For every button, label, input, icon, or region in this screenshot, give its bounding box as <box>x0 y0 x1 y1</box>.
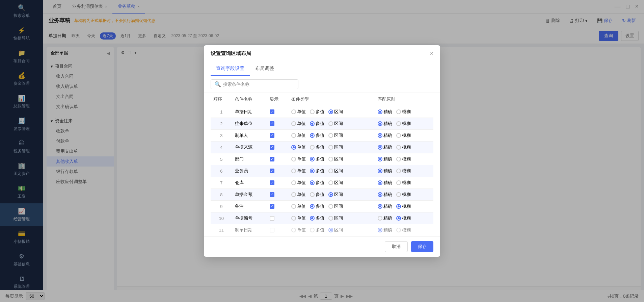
radio-match-match_fuzzy[interactable]: 模糊 <box>396 144 411 150</box>
radio-type-type_range[interactable]: 区间 <box>328 144 343 150</box>
cell-show[interactable] <box>267 153 289 165</box>
radio-circle <box>396 169 401 173</box>
radio-circle <box>328 180 333 185</box>
cell-show[interactable] <box>267 212 289 224</box>
tab-fields[interactable]: 查询字段设置 <box>211 62 250 76</box>
radio-type-type_multi[interactable]: 多值 <box>310 132 324 139</box>
tab-layout[interactable]: 布局调整 <box>250 62 279 76</box>
cell-show[interactable] <box>267 165 289 177</box>
save-button[interactable]: 保存 <box>411 241 433 252</box>
cell-name: 单据日期 <box>232 106 267 118</box>
radio-type-type_range[interactable]: 区间 <box>328 156 343 162</box>
radio-type-type_range[interactable]: 区间 <box>328 215 343 221</box>
cell-type: 单值多值区间 <box>289 142 375 153</box>
radio-type-type_range[interactable]: 区间 <box>328 192 343 198</box>
radio-type-type_single[interactable]: 单值 <box>291 215 306 221</box>
radio-type-range[interactable]: 区间 <box>328 227 343 233</box>
checkbox-checked[interactable] <box>270 192 274 197</box>
radio-match-match_fuzzy[interactable]: 模糊 <box>396 168 411 174</box>
radio-type-type_range[interactable]: 区间 <box>328 121 343 127</box>
checkbox-unchecked[interactable] <box>270 216 274 221</box>
table-row: 4单据来源单值多值区间精确模糊 <box>211 142 433 153</box>
cell-order: 4 <box>211 142 232 153</box>
radio-circle <box>378 228 382 232</box>
cell-show[interactable] <box>267 189 289 201</box>
radio-type-type_single[interactable]: 单值 <box>291 132 306 139</box>
radio-match-match_fuzzy[interactable]: 模糊 <box>396 192 411 198</box>
radio-circle <box>310 145 315 150</box>
cell-show[interactable] <box>267 130 289 142</box>
radio-type-type_multi[interactable]: 多值 <box>310 192 324 198</box>
radio-type-type_range[interactable]: 区间 <box>328 180 343 186</box>
radio-match-match_fuzzy[interactable]: 模糊 <box>396 156 411 162</box>
radio-type-type_multi[interactable]: 多值 <box>310 121 324 127</box>
radio-type-type_single[interactable]: 单值 <box>291 121 306 127</box>
radio-match-match_exact[interactable]: 精确 <box>378 132 392 139</box>
radio-match-match_exact[interactable]: 精确 <box>378 192 392 198</box>
radio-type-type_range[interactable]: 区间 <box>328 132 343 139</box>
radio-type-type_single[interactable]: 单值 <box>291 203 306 209</box>
radio-match-match_fuzzy[interactable]: 模糊 <box>396 132 411 139</box>
radio-type-type_multi[interactable]: 多值 <box>310 180 324 186</box>
radio-type-type_range[interactable]: 区间 <box>328 203 343 209</box>
radio-match-match_fuzzy[interactable]: 模糊 <box>396 109 411 115</box>
cell-name: 单据来源 <box>232 142 267 153</box>
radio-type-type_multi[interactable]: 多值 <box>310 109 324 115</box>
radio-type-type_single[interactable]: 单值 <box>291 156 306 162</box>
checkbox-checked[interactable] <box>270 121 274 126</box>
radio-match-match_exact[interactable]: 精确 <box>378 180 392 186</box>
radio-match-fuzzy[interactable]: 模糊 <box>396 227 411 233</box>
radio-type-type_multi[interactable]: 多值 <box>310 156 324 162</box>
checkbox-checked[interactable] <box>270 145 274 150</box>
radio-type-type_single[interactable]: 单值 <box>291 109 306 115</box>
radio-type-type_range[interactable]: 区间 <box>328 109 343 115</box>
radio-type-type_single[interactable]: 单值 <box>291 144 306 150</box>
radio-match-match_exact[interactable]: 精确 <box>378 121 392 127</box>
radio-type-type_multi[interactable]: 多值 <box>310 168 324 174</box>
radio-type-type_single[interactable]: 单值 <box>291 192 306 198</box>
cell-show[interactable] <box>267 142 289 153</box>
checkbox-checked[interactable] <box>270 109 274 114</box>
radio-type-type_multi[interactable]: 多值 <box>310 203 324 209</box>
radio-type-single[interactable]: 单值 <box>291 227 306 233</box>
radio-match-match_exact[interactable]: 精确 <box>378 203 392 209</box>
checkbox-unchecked[interactable] <box>270 228 274 232</box>
cell-order: 11 <box>211 224 232 236</box>
radio-match-match_fuzzy[interactable]: 模糊 <box>396 203 411 209</box>
cancel-button[interactable]: 取消 <box>385 241 408 252</box>
radio-circle <box>396 204 401 209</box>
checkbox-checked[interactable] <box>270 180 274 185</box>
radio-match-match_fuzzy[interactable]: 模糊 <box>396 121 411 127</box>
dialog-header: 设置查询区域布局 × <box>204 45 440 62</box>
radio-circle <box>328 109 333 114</box>
checkbox-checked[interactable] <box>270 169 274 173</box>
radio-match-match_fuzzy[interactable]: 模糊 <box>396 215 411 221</box>
cell-show[interactable] <box>267 201 289 212</box>
cell-show[interactable] <box>267 224 289 236</box>
cell-show[interactable] <box>267 106 289 118</box>
radio-match-match_exact[interactable]: 精确 <box>378 109 392 115</box>
radio-match-match_exact[interactable]: 精确 <box>378 215 392 221</box>
dialog-close-btn[interactable]: × <box>430 50 433 57</box>
radio-type-type_multi[interactable]: 多值 <box>310 144 324 150</box>
radio-match-match_fuzzy[interactable]: 模糊 <box>396 180 411 186</box>
checkbox-checked[interactable] <box>270 204 274 209</box>
radio-type-type_multi[interactable]: 多值 <box>310 215 324 221</box>
radio-type-type_range[interactable]: 区间 <box>328 168 343 174</box>
radio-match-match_exact[interactable]: 精确 <box>378 156 392 162</box>
cell-show[interactable] <box>267 118 289 130</box>
checkbox-checked[interactable] <box>270 133 274 138</box>
radio-type-type_single[interactable]: 单值 <box>291 168 306 174</box>
radio-match-exact[interactable]: 精确 <box>378 227 392 233</box>
condition-search-input[interactable] <box>223 82 295 87</box>
radio-type-type_single[interactable]: 单值 <box>291 180 306 186</box>
radio-type-multi[interactable]: 多值 <box>310 227 324 233</box>
dialog-search: 🔍 <box>204 76 440 93</box>
checkbox-checked[interactable] <box>270 157 274 161</box>
dialog-footer: 取消 保存 <box>204 236 440 257</box>
radio-match-match_exact[interactable]: 精确 <box>378 144 392 150</box>
radio-match-match_exact[interactable]: 精确 <box>378 168 392 174</box>
match-radio-group: 精确模糊 <box>378 203 431 209</box>
cell-name: 制单人 <box>232 130 267 142</box>
cell-show[interactable] <box>267 177 289 189</box>
